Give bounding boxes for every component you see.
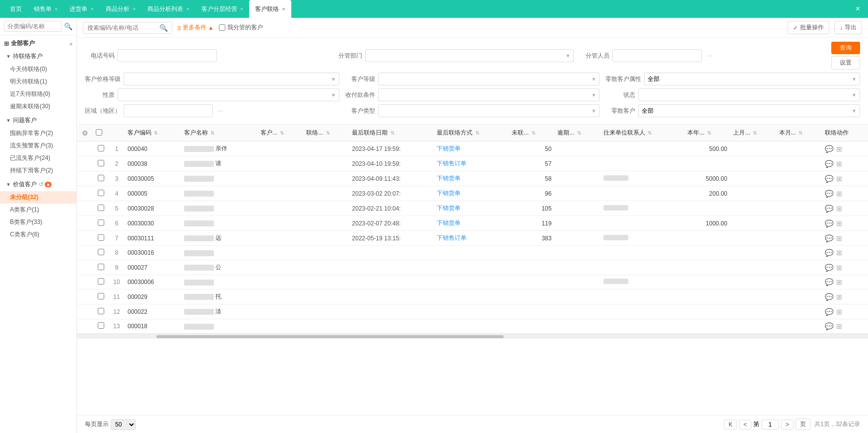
filter-phone-input[interactable] [118,49,217,62]
more-conditions-button[interactable]: ⧖ 更多条件 ▲ [177,23,214,32]
grid-action-icon[interactable]: ⊞ [836,219,842,227]
tab-purchase-close[interactable]: × [90,6,93,12]
tab-customer-contact[interactable]: 客户联络 × [249,0,291,18]
refresh-icon[interactable]: ↺ [39,181,43,188]
tab-product-analysis-close[interactable]: × [133,6,135,12]
message-icon[interactable]: 💬 [825,190,833,198]
prev-page-button[interactable]: < [739,420,751,430]
filter-nature-select[interactable]: ▼ [118,88,339,101]
tab-product-analysis-list-close[interactable]: × [186,6,189,12]
filter-customer-type-select[interactable]: ▼ [378,104,600,117]
customer-name-header[interactable]: 客户名称 ⇅ [181,125,258,142]
filter-price-level-select[interactable]: ▼ [124,72,339,85]
region-more-btn[interactable]: ··· [216,107,225,114]
sidebar-item-today[interactable]: 今天待联络(0) [0,63,76,75]
grid-action-icon[interactable]: ⊞ [836,322,842,330]
next-page-button[interactable]: > [781,420,794,430]
problem-customers-header[interactable]: ▼ 问题客户 [0,114,76,127]
last-method-link[interactable]: 下销售订单 [437,234,467,241]
not-contacted-header[interactable]: 未联... ⇅ [509,125,554,142]
grid-action-icon[interactable]: ⊞ [836,175,842,183]
filter-dept-select[interactable]: ▼ [365,49,574,62]
grid-action-icon[interactable]: ⊞ [836,264,842,272]
message-icon[interactable]: 💬 [825,249,833,257]
value-customers-header[interactable]: ▼ 价值客户 ↺ ● [0,178,76,191]
filter-region-input[interactable] [124,104,213,117]
filter-payment-select[interactable]: ▼ [378,88,600,101]
sidebar-item-tomorrow[interactable]: 明天待联络(1) [0,75,76,88]
sidebar-item-overdue[interactable]: 逾期未联络(30) [0,100,76,113]
sidebar-search-input[interactable] [4,21,62,32]
filter-retail-select[interactable]: 全部 ▼ [638,104,860,117]
row-select-checkbox[interactable] [98,205,104,211]
filter-retail-attr-select[interactable]: 全部 ▼ [644,72,860,85]
row-select-checkbox[interactable] [98,308,104,314]
row-select-checkbox[interactable] [98,190,104,196]
contact-header[interactable]: 联络... ⇅ [303,125,349,142]
tab-purchase[interactable]: 进货单 × [64,0,99,18]
message-icon[interactable]: 💬 [825,293,833,301]
select-all-checkbox[interactable] [96,129,102,136]
row-select-checkbox[interactable] [98,264,104,270]
grid-action-icon[interactable]: ⊞ [836,205,842,213]
filter-search-icon[interactable]: 🔍 [159,24,168,32]
bulk-op-button[interactable]: ✓ 批量操作 [788,21,829,34]
scrollbar-thumb[interactable] [156,335,504,338]
customer-type-header[interactable]: 客户... ⇅ [258,125,303,142]
row-select-checkbox[interactable] [98,278,104,285]
tab-sales-close[interactable]: × [55,6,58,12]
row-select-checkbox[interactable] [98,322,104,329]
last-date-header[interactable]: 最后联络日期 ⇅ [349,125,434,142]
first-page-button[interactable]: K [724,420,737,430]
message-icon[interactable]: 💬 [825,175,833,183]
row-select-checkbox[interactable] [98,160,104,166]
filter-status-select[interactable]: ▼ [638,88,860,101]
tab-customer-segment-close[interactable]: × [240,6,243,12]
column-settings-icon[interactable]: ⚙ [82,129,88,137]
filter-customer-level-select[interactable]: ▼ [378,72,600,85]
sidebar-item-churned[interactable]: 已流失客户(24) [0,152,76,164]
overdue-header[interactable]: 逾期... ⇅ [554,125,600,142]
reset-button[interactable]: 设置 [831,56,860,70]
filter-manager-input[interactable] [612,49,702,62]
export-button[interactable]: ↓ 导出 [834,21,862,34]
grid-action-icon[interactable]: ⊞ [836,278,842,286]
message-icon[interactable]: 💬 [825,278,833,286]
last-method-link[interactable]: 下销货单 [437,190,461,197]
sidebar-item-7days[interactable]: 近7天待联络(0) [0,88,76,100]
tab-customer-segment[interactable]: 客户分层经营 × [196,0,249,18]
global-close-button[interactable]: × [852,4,864,13]
grid-action-icon[interactable]: ⊞ [836,160,842,168]
grid-action-icon[interactable]: ⊞ [836,293,842,301]
manager-more-btn[interactable]: ··· [705,52,714,59]
message-icon[interactable]: 💬 [825,219,833,227]
row-select-checkbox[interactable] [98,249,104,255]
tab-product-analysis[interactable]: 商品分析 × [100,0,141,18]
this-month-header[interactable]: 本月... ⇅ [776,125,822,142]
sidebar-item-abnormal[interactable]: 囤购异常客户(2) [0,127,76,140]
my-customers-checkbox[interactable] [219,24,225,31]
message-icon[interactable]: 💬 [825,145,833,153]
sidebar-item-declining[interactable]: 持续下滑客户(2) [0,164,76,177]
sidebar-item-class-b[interactable]: B类客户(33) [0,216,76,228]
sidebar-item-class-c[interactable]: C类客户(6) [0,228,76,241]
sidebar-search-icon[interactable]: 🔍 [64,22,72,30]
per-page-select[interactable]: 50 20 100 [111,419,136,430]
row-select-checkbox[interactable] [98,293,104,299]
message-icon[interactable]: 💬 [825,264,833,272]
pending-contact-header[interactable]: ▼ 待联络客户 [0,50,76,63]
row-select-checkbox[interactable] [98,145,104,151]
message-icon[interactable]: 💬 [825,234,833,242]
filter-search-input[interactable] [87,24,159,31]
last-method-link[interactable]: 下销货单 [437,145,461,152]
tab-home[interactable]: 首页 [4,0,28,18]
table-horizontal-scrollbar[interactable] [77,334,868,339]
last-page-button[interactable]: 页 [796,419,810,430]
grid-action-icon[interactable]: ⊞ [836,190,842,198]
customer-code-header[interactable]: 客户编码 ⇅ [125,125,181,142]
last-method-link[interactable]: 下销售订单 [437,160,467,167]
query-button[interactable]: 查询 [831,42,860,54]
tab-customer-contact-close[interactable]: × [282,6,285,12]
last-method-header[interactable]: 最后联络方式 ⇅ [434,125,509,142]
page-input[interactable] [761,420,779,430]
